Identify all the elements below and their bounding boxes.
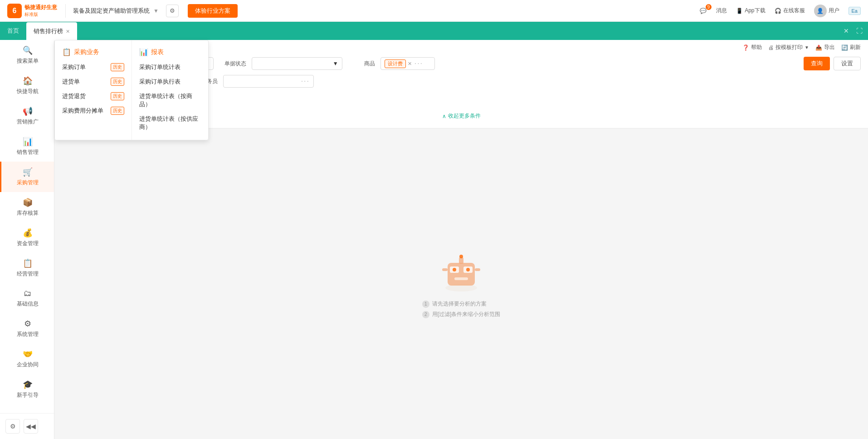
settings-bottom-icon[interactable]: ⚙ [5,419,20,434]
goods-label: 商品 [348,60,375,68]
dropdown-item-purchase-order[interactable]: 采购订单 历史 [55,60,132,74]
set-button[interactable]: 设置 [834,57,861,70]
refresh-action[interactable]: 🔄 刷新 [841,44,861,51]
maximize-tab-icon[interactable]: ⛶ [854,25,864,36]
sidebar-item-marketing[interactable]: 📢 营销推广 [0,101,54,131]
header-right: 💬 9 消息 📱 App下载 🎧 在线客服 👤 用户 Ea [700,5,861,17]
goods-tag-close[interactable]: ✕ [408,61,412,67]
guide-icon: 🎓 [23,380,33,390]
tab-bar: 首页 销售排行榜 ✕ ✕ ⛶ [0,22,868,40]
dropdown-col-report-header: 📊 报表 [132,46,209,60]
app-download-action[interactable]: 📱 App下载 [736,7,765,15]
gear-button[interactable]: ⚙ [166,5,179,17]
tab-home[interactable]: 首页 [0,22,26,40]
history-badge-4: 历史 [111,107,124,115]
system-title-area: 装备及固定资产辅助管理系统 ▼ ⚙ 体验行业方案 [65,4,238,18]
chart-icon: 📊 [23,137,33,147]
sidebar-item-basic[interactable]: 🗂 基础信息 [0,283,54,313]
search-icon: 🔍 [23,45,33,55]
empty-state: 1 请先选择要分析的方案 2 用[过滤]条件来缩小分析范围 [54,128,868,439]
tab-sales-ranking[interactable]: 销售排行榜 ✕ [26,22,77,40]
print-arrow-icon: ▼ [805,45,809,50]
settings-icon: ⚙ [24,319,31,329]
sidebar-item-operations[interactable]: 📋 经营管理 [0,253,54,283]
user-action[interactable]: 👤 用户 [814,5,839,17]
empty-illustration [434,249,488,295]
svg-point-4 [453,268,456,271]
empty-hints: 1 请先选择要分析的方案 2 用[过滤]条件来缩小分析范围 [422,300,501,318]
staff-select[interactable]: ··· [223,75,314,88]
system-dropdown-arrow[interactable]: ▼ [153,8,159,14]
sidebar-item-sales[interactable]: 📊 销售管理 [0,131,54,162]
svg-rect-1 [448,263,475,286]
svg-rect-6 [454,277,468,280]
svg-rect-7 [459,257,463,264]
status-select[interactable]: ▼ [252,57,342,70]
query-button[interactable]: 查询 [804,57,830,70]
tab-close-icon[interactable]: ✕ [66,29,70,35]
dropdown-col-purchase: 📋 采购业务 采购订单 历史 进货单 历史 进货退货 历史 采购费用分摊单 历史 [55,40,132,140]
collapse-icon[interactable]: ◀◀ [24,419,38,434]
dropdown-item-return[interactable]: 进货退货 历史 [55,89,132,104]
logo-area: 6 畅捷通好生意 标准版 [7,4,62,18]
top-header: 6 畅捷通好生意 标准版 装备及固定资产辅助管理系统 ▼ ⚙ 体验行业方案 💬 … [0,0,868,22]
home-icon: 🏠 [23,76,33,86]
help-action[interactable]: ❓ 帮助 [742,44,762,51]
empty-step-2: 2 用[过滤]条件来缩小分析范围 [422,311,501,318]
sidebar-item-system[interactable]: ⚙ 系统管理 [0,313,54,344]
message-icon: 💬 [700,8,707,14]
ea-badge: Ea [848,7,861,15]
dropdown-item-expense[interactable]: 采购费用分摊单 历史 [55,104,132,118]
export-action[interactable]: 📤 导出 [815,44,835,51]
close-tab-icon[interactable]: ✕ [842,25,851,36]
sidebar-item-quicknav[interactable]: 🏠 快捷导航 [0,70,54,101]
sidebar-item-purchase[interactable]: 🛒 采购管理 [0,162,54,192]
staff-dots[interactable]: ··· [301,77,310,85]
sidebar-item-enterprise[interactable]: 🤝 企业协同 [0,344,54,374]
folder-icon: 🗂 [24,289,32,298]
goods-tag: 设计费 [385,59,406,68]
svg-point-8 [459,255,463,258]
logo-icon: 6 [7,4,22,18]
industry-button[interactable]: 体验行业方案 [188,4,238,18]
refresh-icon: 🔄 [841,44,848,51]
purchase-header-icon: 📋 [62,48,71,56]
svg-rect-9 [442,268,448,271]
money-icon: 💰 [23,228,33,238]
svg-rect-10 [475,268,480,271]
box-icon: 📦 [23,197,33,207]
tab-bar-right: ✕ ⛶ [842,25,868,36]
action-buttons: 查询 设置 [804,57,861,70]
cart-icon: 🛒 [23,167,33,177]
empty-step-1: 1 请先选择要分析的方案 [422,300,501,308]
dropdown-item-order-stats[interactable]: 采购订单统计表 [132,60,209,74]
goods-input-area[interactable]: 设计费 ✕ ··· [380,57,435,70]
dropdown-item-inbound[interactable]: 进货单 历史 [55,74,132,89]
report-header-icon: 📊 [139,48,148,56]
sidebar-bottom: ⚙ ◀◀ [0,413,54,439]
headset-icon: 🎧 [775,8,781,14]
help-icon: ❓ [742,44,749,51]
print-action[interactable]: 🖨 按模板打印 ▼ [768,44,809,51]
history-badge-1: 历史 [111,63,124,71]
status-label: 单据状态 [219,60,246,68]
sidebar-item-finance[interactable]: 💰 资金管理 [0,222,54,253]
dropdown-menu: 📋 采购业务 采购订单 历史 进货单 历史 进货退货 历史 采购费用分摊单 历史… [54,40,209,140]
logo-text: 畅捷通好生意 标准版 [24,4,57,18]
dropdown-item-inbound-by-goods[interactable]: 进货单统计表（按商品） [132,89,209,112]
sidebar-item-inventory[interactable]: 📦 库存核算 [0,192,54,222]
message-action[interactable]: 💬 9 消息 [700,7,727,15]
megaphone-icon: 📢 [23,106,33,116]
sidebar: 🔍 搜索菜单 🏠 快捷导航 📢 营销推广 📊 销售管理 🛒 采购管理 📦 库存核… [0,40,54,439]
sidebar-item-newguide[interactable]: 🎓 新手引导 [0,374,54,404]
print-icon: 🖨 [768,44,774,51]
goods-dots[interactable]: ··· [414,59,423,68]
handshake-icon: 🤝 [23,349,33,359]
clipboard-icon: 📋 [23,258,33,268]
dropdown-item-inbound-by-supplier[interactable]: 进货单统计表（按供应商） [132,112,209,134]
avatar: 👤 [814,5,827,17]
online-service-action[interactable]: 🎧 在线客服 [775,7,805,15]
phone-icon: 📱 [736,8,743,14]
dropdown-item-order-exec[interactable]: 采购订单执行表 [132,74,209,89]
sidebar-item-search[interactable]: 🔍 搜索菜单 [0,40,54,70]
